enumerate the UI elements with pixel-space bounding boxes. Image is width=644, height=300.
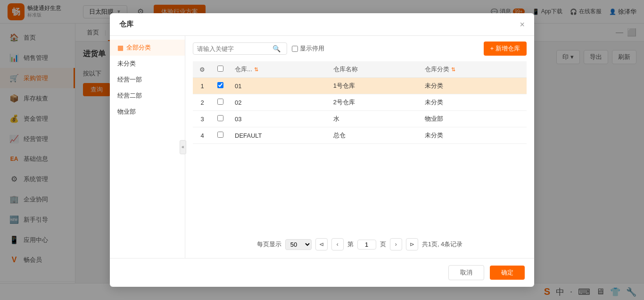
first-page-button[interactable]: ⊲ bbox=[315, 238, 328, 250]
row-name: 2号仓库 bbox=[328, 94, 419, 111]
category-none-label: 未分类 bbox=[117, 59, 136, 68]
row-num: 1 bbox=[193, 78, 212, 94]
cancel-button[interactable]: 取消 bbox=[448, 265, 484, 280]
prev-page-button[interactable]: ‹ bbox=[331, 238, 344, 250]
row-num: 3 bbox=[193, 111, 212, 127]
row-category: 未分类 bbox=[419, 127, 527, 144]
row-checkbox[interactable] bbox=[217, 132, 223, 138]
row-checkbox[interactable] bbox=[217, 99, 223, 105]
modal-footer: 取消 确定 bbox=[110, 258, 534, 287]
category-all[interactable]: ▦ 全部分类 bbox=[110, 40, 185, 56]
table-body: 1 01 1号仓库 未分类 2 02 2号仓库 未分类 bbox=[193, 78, 527, 144]
warehouse-table: ⚙ 仓库...⇅ 仓库名称 仓库分类⇅ 1 01 1号仓库 bbox=[193, 61, 527, 144]
row-code: 03 bbox=[229, 111, 328, 127]
table-row[interactable]: 2 02 2号仓库 未分类 bbox=[193, 94, 527, 111]
col-category: 仓库分类⇅ bbox=[419, 61, 527, 78]
row-name: 水 bbox=[328, 111, 419, 127]
row-num: 4 bbox=[193, 127, 212, 144]
table-row[interactable]: 4 DEFAULT 总仓 未分类 bbox=[193, 127, 527, 144]
category-none[interactable]: 未分类 bbox=[110, 56, 185, 72]
row-category: 物业部 bbox=[419, 111, 527, 127]
row-name: 总仓 bbox=[328, 127, 419, 144]
category-dept1[interactable]: 经营一部 bbox=[110, 72, 185, 88]
row-num: 2 bbox=[193, 94, 212, 111]
modal-close-button[interactable]: × bbox=[520, 20, 525, 29]
table-panel: 🔍 显示停用 + 新增仓库 ⚙ 仓库...⇅ 仓库名称 bbox=[185, 36, 534, 258]
total-info: 共1页, 4条记录 bbox=[422, 240, 463, 249]
warehouse-modal: 仓库 × ▦ 全部分类 未分类 经营一部 经营二部 物业部 bbox=[110, 13, 534, 287]
search-input-wrap: 🔍 bbox=[193, 42, 287, 55]
category-dept1-label: 经营一部 bbox=[117, 75, 142, 84]
add-warehouse-button[interactable]: + 新增仓库 bbox=[484, 42, 527, 56]
table-row[interactable]: 3 03 水 物业部 bbox=[193, 111, 527, 127]
table-row[interactable]: 1 01 1号仓库 未分类 bbox=[193, 78, 527, 94]
show-disabled-label: 显示停用 bbox=[300, 44, 324, 53]
select-all-checkbox[interactable] bbox=[217, 66, 223, 72]
modal-body: ▦ 全部分类 未分类 经营一部 经营二部 物业部 « bbox=[110, 36, 534, 258]
next-page-button[interactable]: › bbox=[390, 238, 402, 250]
row-code: 01 bbox=[229, 78, 328, 94]
category-property-label: 物业部 bbox=[117, 108, 136, 116]
page-label: 第 bbox=[347, 240, 354, 249]
category-dept2[interactable]: 经营二部 bbox=[110, 88, 185, 104]
table-toolbar: 🔍 显示停用 + 新增仓库 bbox=[193, 42, 527, 56]
row-category: 未分类 bbox=[419, 94, 527, 111]
row-checkbox-cell bbox=[212, 127, 229, 144]
search-icon[interactable]: 🔍 bbox=[272, 45, 281, 52]
category-panel-wrapper: ▦ 全部分类 未分类 经营一部 经营二部 物业部 « bbox=[110, 36, 185, 258]
row-name: 1号仓库 bbox=[328, 78, 419, 94]
confirm-button[interactable]: 确定 bbox=[490, 266, 525, 280]
row-checkbox-cell bbox=[212, 111, 229, 127]
category-dept2-label: 经营二部 bbox=[117, 92, 142, 100]
col-checkbox bbox=[212, 61, 229, 78]
row-checkbox[interactable] bbox=[217, 82, 223, 88]
row-category: 未分类 bbox=[419, 78, 527, 94]
row-checkbox[interactable] bbox=[217, 115, 223, 121]
table-head: ⚙ 仓库...⇅ 仓库名称 仓库分类⇅ bbox=[193, 61, 527, 78]
category-all-icon: ▦ bbox=[117, 44, 124, 51]
sort-code-icon: ⇅ bbox=[254, 67, 258, 72]
page-number-input[interactable] bbox=[357, 240, 376, 250]
row-code: DEFAULT bbox=[229, 127, 328, 144]
col-settings: ⚙ bbox=[193, 61, 212, 78]
category-panel: ▦ 全部分类 未分类 经营一部 经营二部 物业部 bbox=[110, 36, 185, 124]
table-scroll-area: ⚙ 仓库...⇅ 仓库名称 仓库分类⇅ 1 01 1号仓库 bbox=[193, 61, 527, 232]
col-name: 仓库名称 bbox=[328, 61, 419, 78]
category-property[interactable]: 物业部 bbox=[110, 104, 185, 120]
row-checkbox-cell bbox=[212, 78, 229, 94]
modal-header: 仓库 × bbox=[110, 13, 534, 36]
per-page-label: 每页显示 bbox=[257, 240, 281, 249]
col-code: 仓库...⇅ bbox=[229, 61, 328, 78]
category-all-label: 全部分类 bbox=[126, 43, 151, 52]
per-page-select[interactable]: 50 100 200 bbox=[285, 239, 312, 250]
search-input[interactable] bbox=[197, 45, 272, 52]
page-unit: 页 bbox=[380, 240, 386, 249]
sort-category-icon: ⇅ bbox=[451, 67, 455, 72]
row-checkbox-cell bbox=[212, 94, 229, 111]
show-disabled-wrap: 显示停用 bbox=[292, 44, 324, 53]
last-page-button[interactable]: ⊳ bbox=[406, 238, 418, 250]
pagination: 每页显示 50 100 200 ⊲ ‹ 第 页 › ⊳ 共1页, 4条记录 bbox=[193, 232, 527, 252]
modal-title: 仓库 bbox=[119, 20, 133, 29]
collapse-button[interactable]: « bbox=[180, 140, 186, 154]
show-disabled-checkbox[interactable] bbox=[292, 46, 298, 52]
row-code: 02 bbox=[229, 94, 328, 111]
